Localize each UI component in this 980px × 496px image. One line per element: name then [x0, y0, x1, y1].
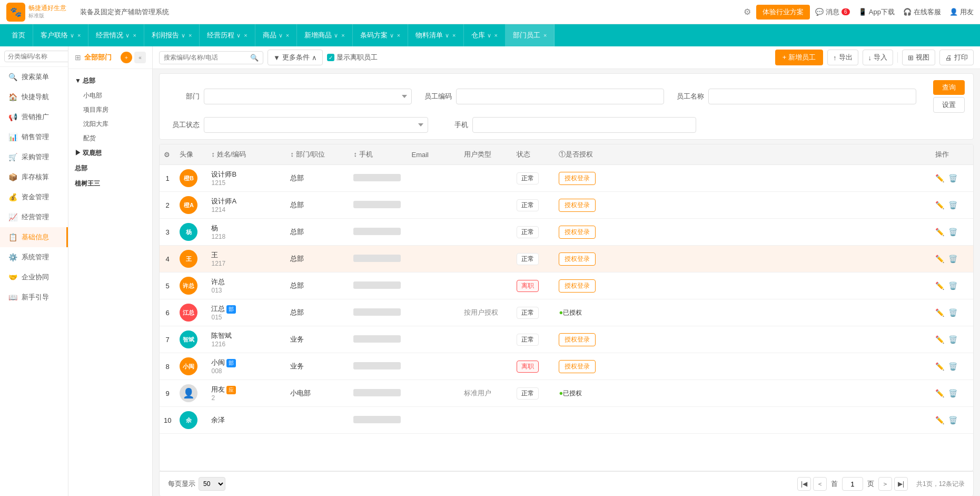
edit-icon[interactable]: ✏️ — [935, 362, 944, 371]
delete-icon[interactable]: 🗑️ — [948, 416, 957, 424]
last-page-btn[interactable]: ▶| — [894, 477, 908, 491]
sidebar-item-finance[interactable]: 💰 资金管理 — [0, 187, 68, 207]
sidebar-item-guide[interactable]: 📖 新手引导 — [0, 287, 68, 307]
dept-node-project[interactable]: 项目库房 — [68, 103, 152, 117]
message-action[interactable]: 💬 消息 6 — [815, 7, 850, 17]
tab-customer[interactable]: 客户联络∨× — [33, 24, 88, 46]
authorize-button[interactable]: 授权登录 — [559, 360, 596, 373]
per-page-select[interactable]: 50 100 — [199, 477, 225, 491]
dept-collapse-btn[interactable]: « — [134, 52, 146, 63]
delete-icon[interactable]: 🗑️ — [948, 174, 957, 182]
search-icon[interactable]: 🔍 — [250, 54, 259, 62]
sidebar-item-search[interactable]: 🔍 搜索菜单 — [0, 67, 68, 87]
add-employee-button[interactable]: + 新增员工 — [775, 50, 823, 65]
delete-icon[interactable]: 🗑️ — [948, 362, 957, 371]
tab-goods[interactable]: 商品∨× — [255, 24, 297, 46]
delete-icon[interactable]: 🗑️ — [948, 255, 957, 263]
more-filter-btn[interactable]: ▼ 更多条件 ∧ — [268, 50, 323, 65]
reset-button[interactable]: 设置 — [933, 97, 965, 113]
app-download-action[interactable]: 📱 App下载 — [858, 7, 895, 17]
online-service-action[interactable]: 🎧 在线客服 — [903, 7, 941, 17]
authorize-button[interactable]: 授权登录 — [559, 172, 596, 185]
delete-icon[interactable]: 🗑️ — [948, 335, 957, 344]
sidebar-item-system[interactable]: ⚙️ 系统管理 — [0, 247, 68, 267]
edit-icon[interactable]: ✏️ — [935, 255, 944, 263]
settings-icon[interactable]: ⚙ — [744, 7, 751, 17]
edit-icon[interactable]: ✏️ — [935, 308, 944, 317]
sidebar-item-basic[interactable]: 📋 基础信息 — [0, 227, 68, 247]
dept-add-btn[interactable]: + — [121, 52, 132, 63]
dept-node-zhishu[interactable]: 植树王三 — [68, 176, 152, 191]
authorize-button[interactable]: 授权登录 — [559, 199, 596, 212]
row-user-type: 按用户授权 — [460, 299, 512, 326]
th-phone[interactable]: ↕ 手机 — [349, 144, 407, 165]
sidebar-item-nav[interactable]: 🏠 快捷导航 — [0, 87, 68, 107]
phone-input[interactable] — [472, 117, 697, 133]
query-button[interactable]: 查询 — [933, 80, 965, 95]
show-resigned-checkbox[interactable]: ✓ 显示离职员工 — [327, 53, 378, 62]
dept-node-xiaodianbу[interactable]: 小电部 — [68, 89, 152, 103]
import-button[interactable]: ↓ 导入 — [863, 50, 894, 65]
th-name[interactable]: ↕ 姓名/编码 — [207, 144, 286, 165]
row-email — [407, 299, 460, 326]
tab-bom[interactable]: 物料清单∨× — [408, 24, 463, 46]
experience-button[interactable]: 体验行业方案 — [756, 5, 810, 20]
avatar: 许总 — [180, 277, 197, 295]
dept-select[interactable] — [204, 89, 412, 104]
dept-node-shuanglu[interactable]: ▶ 双鹿想 — [68, 145, 152, 161]
authorize-button[interactable]: 授权登录 — [559, 226, 596, 239]
dept-search-input[interactable] — [4, 51, 68, 62]
export-button[interactable]: ↑ 导出 — [827, 50, 858, 65]
tab-barcode[interactable]: 条码方案∨× — [353, 24, 408, 46]
tab-operation[interactable]: 经营情况∨× — [88, 24, 144, 46]
settings-icon[interactable]: ⚙ — [164, 151, 170, 159]
page-number-input[interactable] — [842, 477, 863, 491]
emp-name-input[interactable] — [708, 89, 916, 104]
edit-icon[interactable]: ✏️ — [935, 389, 944, 397]
sidebar-item-purchase[interactable]: 🛒 采购管理 — [0, 147, 68, 167]
delete-icon[interactable]: 🗑️ — [948, 228, 957, 236]
edit-icon[interactable]: ✏️ — [935, 228, 944, 236]
authorize-button[interactable]: 授权登录 — [559, 333, 596, 346]
edit-icon[interactable]: ✏️ — [935, 201, 944, 209]
delete-icon[interactable]: 🗑️ — [948, 201, 957, 209]
delete-icon[interactable]: 🗑️ — [948, 308, 957, 317]
edit-icon[interactable]: ✏️ — [935, 416, 944, 424]
print-button[interactable]: 🖨 打印 — [939, 50, 974, 65]
delete-icon[interactable]: 🗑️ — [948, 389, 957, 397]
sidebar-item-marketing[interactable]: 📢 营销推广 — [0, 107, 68, 127]
tab-profit[interactable]: 利润报告∨× — [144, 24, 200, 46]
table-row: 1橙B设计师B1215总部正常授权登录 ✏️ 🗑️ — [160, 165, 973, 192]
user-action[interactable]: 👤 用友 — [949, 7, 974, 17]
sidebar-item-collab[interactable]: 🤝 企业协同 — [0, 267, 68, 287]
prev-page-btn[interactable]: ＜ — [813, 477, 827, 491]
dept-node-peihuo[interactable]: 配货 — [68, 131, 152, 145]
delete-icon[interactable]: 🗑️ — [948, 281, 957, 290]
sidebar-item-inventory[interactable]: 📦 库存核算 — [0, 167, 68, 187]
tab-warehouse[interactable]: 仓库∨× — [464, 24, 506, 46]
emp-code-input[interactable] — [456, 89, 664, 104]
th-dept[interactable]: ↕ 部门/职位 — [286, 144, 349, 165]
tab-home[interactable]: 首页 — [4, 24, 33, 46]
authorize-button[interactable]: 授权登录 — [559, 279, 596, 293]
dept-node-shenyang[interactable]: 沈阳大库 — [68, 117, 152, 131]
sidebar-item-sales[interactable]: 📊 销售管理 — [0, 127, 68, 147]
import-label: 导入 — [874, 53, 887, 62]
sidebar-item-mgmt[interactable]: 📈 经营管理 — [0, 207, 68, 227]
tab-dept-employee[interactable]: 部门员工× — [506, 24, 555, 46]
dept-node-parent-head[interactable]: ▼ 总部 — [68, 73, 152, 89]
first-page-btn[interactable]: |◀ — [797, 477, 811, 491]
tab-history[interactable]: 经营历程∨× — [200, 24, 255, 46]
authorize-button[interactable]: 授权登录 — [559, 252, 596, 266]
view-button[interactable]: ⊞ 视图 — [902, 50, 935, 65]
edit-icon[interactable]: ✏️ — [935, 174, 944, 182]
next-page-btn[interactable]: ＞ — [878, 477, 892, 491]
tab-new-goods[interactable]: 新增商品∨× — [297, 24, 352, 46]
sidebar-label-basic: 基础信息 — [22, 232, 49, 242]
edit-icon[interactable]: ✏️ — [935, 281, 944, 290]
edit-icon[interactable]: ✏️ — [935, 335, 944, 344]
emp-status-select[interactable] — [204, 117, 428, 133]
status-badge: 正常 — [517, 334, 539, 346]
search-input[interactable] — [164, 54, 248, 61]
dept-node-zongbu[interactable]: 总部 — [68, 161, 152, 176]
